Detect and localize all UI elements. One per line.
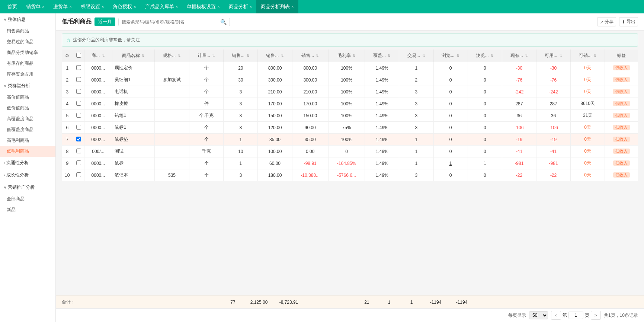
col-tag[interactable]: 标签 bbox=[605, 50, 638, 62]
col-view2[interactable]: 浏览... ⇅ bbox=[468, 50, 502, 62]
nav-goods-analysis[interactable]: 商品分析 × bbox=[224, 0, 256, 13]
sidebar-collapse-button[interactable]: « bbox=[55, 160, 56, 175]
sidebar-item-category-sales-rate[interactable]: 商品分类助销率 bbox=[0, 47, 55, 58]
row-checkbox-4[interactable] bbox=[76, 113, 81, 118]
nav-sales-order[interactable]: 销货单 × bbox=[22, 0, 49, 13]
close-sales-order-icon[interactable]: × bbox=[42, 4, 44, 9]
sidebar-group-category[interactable]: ∨ 类群堂分析 bbox=[0, 80, 55, 92]
tag-badge-9: 低收入 bbox=[613, 172, 630, 178]
close-role-auth-icon[interactable]: × bbox=[134, 4, 136, 9]
cell-gross-margin-3: 100% bbox=[328, 98, 365, 110]
col-unit[interactable]: 计量... ⇅ bbox=[189, 50, 224, 62]
content-area: 低毛利商品 近一月 🔍 ↗ 分享 ⬆ 导出 ☆ 这部分商品的利润非常低，请关注 bbox=[56, 13, 644, 322]
cell-trade-count-3: 3 bbox=[399, 98, 433, 110]
sidebar-group-circulation[interactable]: › 流通性分析 bbox=[0, 157, 55, 169]
cell-coverage-5: 1.49% bbox=[365, 122, 399, 134]
tag-badge-3: 低收入 bbox=[613, 101, 630, 106]
table-row: 1 0000... 属性定价 个 20 800.00 800.00 100% 1… bbox=[62, 62, 638, 74]
col-current[interactable]: 现有... ⇅ bbox=[502, 50, 536, 62]
table-header-row: ⚙ 商... ⇅ 商品名称 ⇅ 规格... ⇅ 计量... ⇅ 销售... ⇅ … bbox=[62, 50, 638, 62]
sidebar-group-growth[interactable]: › 成长性分析 bbox=[0, 169, 55, 181]
close-purchase-order-icon[interactable]: × bbox=[69, 4, 71, 9]
cell-sales-price-6: 35.00 bbox=[258, 134, 292, 146]
col-trade[interactable]: 交易... ⇅ bbox=[399, 50, 433, 62]
export-button[interactable]: ⬆ 导出 bbox=[619, 17, 638, 26]
nav-role-auth[interactable]: 角色授权 × bbox=[108, 0, 140, 13]
col-gross-margin[interactable]: 毛利率 ⇅ bbox=[328, 50, 365, 62]
col-saleable[interactable]: 可销... ⇅ bbox=[571, 50, 605, 62]
col-settings[interactable]: ⚙ bbox=[62, 50, 73, 62]
table-footer: 合计： 77 2,125.00 -8,723.91 21 1 1 -1194 -… bbox=[56, 296, 644, 308]
col-name[interactable]: 商品名称 ⇅ bbox=[112, 50, 155, 62]
share-button[interactable]: ↗ 分享 bbox=[597, 17, 616, 26]
row-checkbox-7[interactable] bbox=[76, 149, 81, 153]
cell-saleable-7: 0天 bbox=[571, 146, 605, 157]
close-permissions-icon[interactable]: × bbox=[102, 4, 104, 9]
prev-page-button[interactable]: ＜ bbox=[551, 311, 561, 320]
search-icon[interactable]: 🔍 bbox=[220, 19, 227, 25]
row-checkbox-9[interactable] bbox=[76, 172, 81, 177]
cell-view2-5: 0 bbox=[468, 122, 502, 134]
cell-sales-amount-0: 800.00 bbox=[292, 62, 328, 74]
cell-gross-margin-4: 100% bbox=[328, 110, 365, 122]
sidebar-item-high-margin[interactable]: 高毛利商品 bbox=[0, 135, 55, 146]
row-checkbox-5[interactable] bbox=[76, 125, 81, 130]
nav-permissions[interactable]: 权限设置 × bbox=[76, 0, 108, 13]
row-checkbox-3[interactable] bbox=[76, 101, 81, 106]
sidebar-item-high-coverage[interactable]: 高覆盖度商品 bbox=[0, 114, 55, 124]
cell-coverage-9: 1.49% bbox=[365, 169, 399, 181]
col-sales-amount[interactable]: 销售... ⇅ bbox=[292, 50, 328, 62]
row-checkbox-0[interactable] bbox=[76, 65, 81, 70]
row-checkbox-1[interactable] bbox=[76, 77, 81, 82]
sidebar-item-sales-goods[interactable]: 销售类商品 bbox=[0, 26, 55, 36]
sidebar-item-stocked-goods[interactable]: 有库存的商品 bbox=[0, 58, 55, 69]
nav-home[interactable]: 首页 bbox=[3, 0, 22, 13]
sidebar-group-marketing[interactable]: ∨ 营销推广分析 bbox=[0, 181, 55, 194]
select-all-checkbox[interactable] bbox=[76, 53, 81, 58]
cell-settings-5: 6 bbox=[62, 122, 73, 134]
col-available[interactable]: 可用... ⇅ bbox=[536, 50, 570, 62]
page-size-select[interactable]: 50 100 200 bbox=[529, 311, 548, 319]
sidebar-item-traded-goods[interactable]: 交易过的商品 bbox=[0, 36, 55, 47]
sidebar-item-low-value[interactable]: 低价值商品 bbox=[0, 103, 55, 114]
close-template-settings-icon[interactable]: × bbox=[217, 4, 220, 9]
cell-view1-9: 0 bbox=[433, 169, 468, 181]
close-goods-analysis-list-icon[interactable]: × bbox=[291, 4, 294, 9]
page-number-input[interactable] bbox=[568, 312, 583, 319]
sidebar-item-inventory-capital[interactable]: 库存资金占用 bbox=[0, 69, 55, 80]
sidebar-item-high-value[interactable]: 高价值商品 bbox=[0, 92, 55, 103]
cell-view2-2: 0 bbox=[468, 86, 502, 98]
sidebar-item-low-margin[interactable]: 低毛利商品 bbox=[0, 146, 55, 157]
col-sales-count[interactable]: 销售... ⇅ bbox=[224, 50, 258, 62]
cell-current-2: -242 bbox=[502, 86, 536, 98]
sidebar-item-low-coverage[interactable]: 低覆盖度商品 bbox=[0, 124, 55, 135]
nav-product-stock[interactable]: 产成品入库单 × bbox=[141, 0, 182, 13]
cell-checkbox-1 bbox=[73, 74, 84, 86]
sidebar-group-overall[interactable]: ∨ 整体信息 bbox=[0, 13, 55, 26]
row-checkbox-8[interactable] bbox=[76, 160, 81, 165]
page-navigation: ＜ 第 页 ＞ bbox=[551, 311, 601, 320]
col-sales-price[interactable]: 销售... ⇅ bbox=[258, 50, 292, 62]
date-filter-button[interactable]: 近一月 bbox=[94, 17, 115, 26]
col-code[interactable]: 商... ⇅ bbox=[84, 50, 112, 62]
cell-view1-5: 0 bbox=[433, 122, 468, 134]
nav-goods-analysis-list[interactable]: 商品分析列表 × bbox=[256, 0, 298, 13]
nav-purchase-order[interactable]: 进货单 × bbox=[49, 0, 76, 13]
cell-view1-8[interactable]: 1 bbox=[433, 157, 468, 169]
next-page-button[interactable]: ＞ bbox=[591, 311, 601, 320]
close-goods-analysis-icon[interactable]: × bbox=[250, 4, 252, 9]
cell-current-1: -76 bbox=[502, 74, 536, 86]
sidebar-item-new-goods[interactable]: 新品 bbox=[0, 204, 55, 215]
sidebar-item-all-goods[interactable]: 全部商品 bbox=[0, 194, 55, 204]
table-row: 3 0000... 电话机 个 3 210.00 210.00 100% 1.4… bbox=[62, 86, 638, 98]
col-view1[interactable]: 浏览... ⇅ bbox=[433, 50, 468, 62]
search-input[interactable] bbox=[122, 19, 220, 25]
nav-template-settings[interactable]: 单据模板设置 × bbox=[182, 0, 224, 13]
cell-trade-count-4: 3 bbox=[399, 110, 433, 122]
col-coverage[interactable]: 覆盖... ⇅ bbox=[365, 50, 399, 62]
col-spec[interactable]: 规格... ⇅ bbox=[154, 50, 189, 62]
close-product-stock-icon[interactable]: × bbox=[176, 4, 178, 9]
row-checkbox-2[interactable] bbox=[76, 89, 81, 94]
row-checkbox-6[interactable] bbox=[76, 137, 81, 141]
cell-saleable-6: 0天 bbox=[571, 134, 605, 146]
